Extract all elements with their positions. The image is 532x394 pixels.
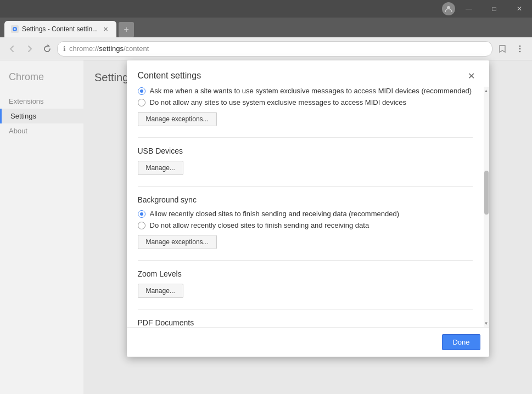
zoom-manage-button[interactable]: Manage... (138, 284, 183, 298)
sync-block-radio[interactable] (138, 222, 145, 229)
window-controls: — □ ✕ (456, 0, 532, 18)
content-settings-modal: Content settings ✕ Ask me when a site wa… (127, 60, 489, 357)
section-pdf: PDF Documents Open PDF files in the defa… (138, 309, 473, 327)
active-tab[interactable]: Settings - Content settin... ✕ (4, 21, 116, 37)
midi-ask-option[interactable]: Ask me when a site wants to use system e… (138, 87, 473, 95)
section-usb: USB Devices Manage... (138, 137, 473, 175)
background-sync-title: Background sync (138, 195, 473, 204)
svg-point-4 (519, 50, 521, 52)
sidebar-logo: Chrome (0, 71, 83, 83)
midi-manage-exceptions-button[interactable]: Manage exceptions... (138, 112, 217, 126)
midi-block-label: Do not allow any sites to use system exc… (150, 98, 406, 106)
modal-body: Ask me when a site wants to use system e… (127, 87, 484, 327)
tab-favicon (11, 25, 19, 33)
sync-allow-radio[interactable] (138, 210, 145, 218)
modal-header: Content settings ✕ (127, 60, 489, 87)
svg-point-2 (519, 45, 521, 47)
zoom-section-title: Zoom Levels (138, 269, 473, 278)
reload-button[interactable] (40, 41, 55, 57)
midi-ask-label: Ask me when a site wants to use system e… (150, 87, 472, 95)
url-bar[interactable]: ℹ chrome://settings/content (57, 41, 492, 57)
midi-radio-group: Ask me when a site wants to use system e… (138, 87, 473, 106)
tab-bar: Settings - Content settin... ✕ + (0, 18, 532, 37)
modal-scroll-container: Ask me when a site wants to use system e… (127, 87, 489, 327)
scrollbar-up-arrow[interactable]: ▲ (484, 87, 489, 94)
profile-button[interactable] (442, 2, 455, 15)
modal-title: Content settings (138, 71, 201, 81)
done-button[interactable]: Done (442, 334, 480, 350)
midi-block-option[interactable]: Do not allow any sites to use system exc… (138, 98, 473, 106)
url-host: settings (99, 44, 124, 53)
sidebar: Chrome Extensions Settings About (0, 60, 83, 394)
back-button[interactable] (4, 41, 20, 57)
forward-button[interactable] (22, 41, 37, 57)
maximize-button[interactable]: □ (481, 0, 507, 18)
sync-allow-label: Allow recently closed sites to finish se… (150, 210, 400, 218)
sync-allow-option[interactable]: Allow recently closed sites to finish se… (138, 210, 473, 218)
background-sync-manage-exceptions-button[interactable]: Manage exceptions... (138, 235, 217, 249)
sync-block-label: Do not allow recently closed sites to fi… (150, 221, 369, 229)
url-protocol: chrome:// (69, 44, 99, 53)
section-background-sync: Background sync Allow recently closed si… (138, 186, 473, 249)
more-menu-button[interactable] (512, 41, 528, 57)
scrollbar-down-arrow[interactable]: ▼ (484, 319, 489, 327)
background-sync-radio-group: Allow recently closed sites to finish se… (138, 210, 473, 229)
url-display: chrome://settings/content (69, 44, 149, 53)
pdf-section-title: PDF Documents (138, 318, 473, 327)
address-bar: ℹ chrome://settings/content (0, 37, 532, 60)
sidebar-item-extensions[interactable]: Extensions (0, 94, 83, 109)
modal-scrollbar[interactable]: ▲ ▼ (484, 87, 489, 327)
sidebar-item-settings[interactable]: Settings (0, 109, 83, 123)
modal-footer: Done (127, 327, 489, 357)
minimize-button[interactable]: — (456, 0, 481, 18)
new-tab-button[interactable]: + (119, 22, 134, 37)
url-lock-icon: ℹ (63, 45, 66, 53)
titlebar: — □ ✕ (0, 0, 532, 18)
modal-close-button[interactable]: ✕ (465, 69, 478, 82)
main-content: Settings Content settings ✕ Ask me when … (83, 60, 532, 394)
usb-section-title: USB Devices (138, 147, 473, 155)
svg-point-3 (519, 48, 521, 49)
sync-block-option[interactable]: Do not allow recently closed sites to fi… (138, 221, 473, 229)
scrollbar-thumb[interactable] (484, 171, 489, 215)
midi-block-radio[interactable] (138, 99, 145, 106)
url-path: /content (124, 44, 149, 53)
tab-label: Settings - Content settin... (22, 25, 98, 33)
page-body: Chrome Extensions Settings About Setting… (0, 60, 532, 394)
section-midi: Ask me when a site wants to use system e… (138, 87, 473, 126)
usb-manage-button[interactable]: Manage... (138, 161, 183, 175)
sidebar-item-about[interactable]: About (0, 123, 83, 138)
bookmark-button[interactable] (495, 41, 510, 57)
close-button[interactable]: ✕ (507, 0, 532, 18)
section-zoom: Zoom Levels Manage... (138, 260, 473, 298)
midi-ask-radio[interactable] (138, 87, 145, 95)
tab-close-button[interactable]: ✕ (101, 25, 110, 33)
